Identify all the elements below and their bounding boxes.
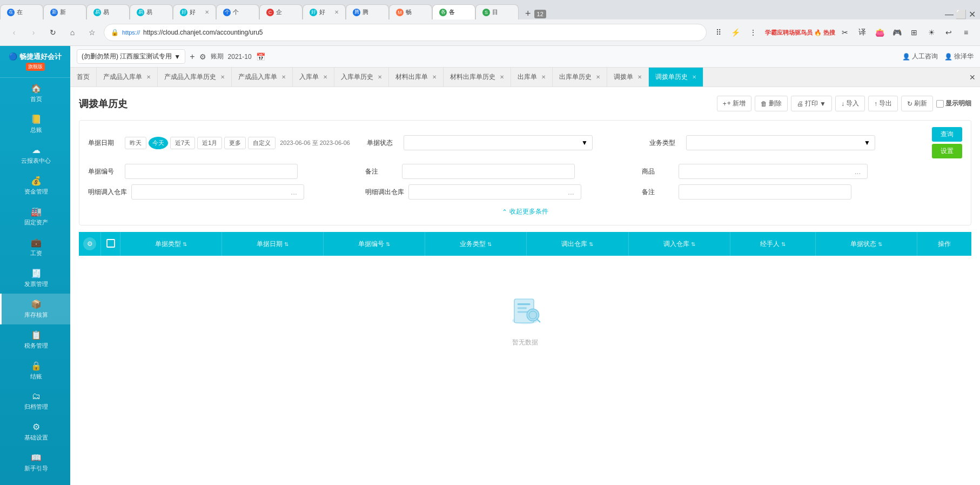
handler-col-header[interactable]: 经手人 ⇅	[730, 232, 815, 256]
note-input[interactable]	[402, 164, 575, 179]
date-more-btn[interactable]: 更多	[224, 137, 246, 149]
sidebar-item-stock[interactable]: 📦 库存核算	[0, 294, 70, 324]
order-no-input[interactable]	[125, 164, 298, 179]
detail-in-dots[interactable]: ...	[288, 188, 299, 196]
goods-dots[interactable]: ...	[853, 167, 863, 176]
page-tab-out[interactable]: 出库单 ✕	[511, 68, 553, 87]
browser-tab-9[interactable]: 腾 腾	[346, 4, 389, 19]
page-tab-transfer[interactable]: 调拨单 ✕	[607, 68, 649, 87]
page-tab-prod-in-close[interactable]: ✕	[146, 74, 151, 80]
forward-btn[interactable]: ›	[26, 25, 41, 40]
date-yesterday-btn[interactable]: 昨天	[125, 137, 146, 149]
back-btn[interactable]: ‹	[6, 25, 22, 40]
browser-tab-2[interactable]: 新 新	[43, 4, 86, 19]
sidebar-item-close[interactable]: 🔒 结账	[0, 355, 70, 386]
page-tab-out-hist-close[interactable]: ✕	[596, 74, 600, 80]
checkbox-col-header[interactable]	[101, 232, 120, 256]
in-wh-sort[interactable]: 调入仓库 ⇅	[633, 240, 726, 249]
new-tab-btn[interactable]: +	[525, 8, 531, 19]
home-nav-btn[interactable]: ⌂	[65, 25, 80, 40]
delete-btn[interactable]: 🗑 删除	[755, 96, 788, 111]
import-btn[interactable]: ↓ 导入	[835, 96, 865, 111]
page-tab-mat-out[interactable]: 材料出库单 ✕	[389, 68, 444, 87]
tab-close-5[interactable]: ✕	[205, 9, 209, 15]
query-btn[interactable]: 查询	[932, 127, 962, 142]
type-sort[interactable]: 单据类型 ⇅	[125, 240, 217, 249]
page-tab-out-close[interactable]: ✕	[541, 74, 546, 80]
gear-settings-icon[interactable]: ⚙	[83, 237, 96, 250]
page-tab-in-order[interactable]: 入库单 ✕	[293, 68, 334, 87]
sidebar-item-invoice[interactable]: 🧾 发票管理	[0, 263, 70, 294]
date-custom-btn[interactable]: 自定义	[248, 137, 276, 149]
new-btn[interactable]: + + 新增	[717, 96, 751, 111]
browser-tab-1[interactable]: 在 在	[0, 4, 43, 19]
handler-sort[interactable]: 经手人 ⇅	[735, 240, 811, 249]
date-sort[interactable]: 单据日期 ⇅	[226, 240, 319, 249]
game-btn[interactable]: 🎮	[889, 25, 904, 40]
show-all-btn[interactable]: 显示明细	[936, 99, 971, 108]
more-btn[interactable]: ⋮	[746, 25, 761, 40]
status-select[interactable]: ▼	[404, 135, 593, 150]
page-tab-home[interactable]: 首页	[70, 68, 97, 87]
date-today-btn[interactable]: 今天	[149, 137, 168, 149]
biz-col-header[interactable]: 业务类型 ⇅	[425, 232, 527, 256]
extensions-btn[interactable]: ⠿	[711, 25, 726, 40]
sidebar-item-capital[interactable]: 💰 资金管理	[0, 170, 70, 201]
browser-tab-5[interactable]: 好 好 ✕	[173, 4, 216, 19]
goods-select[interactable]: ...	[679, 164, 868, 179]
biz-select[interactable]: ▼	[686, 135, 875, 150]
page-tab-prod-in[interactable]: 产成品入库单 ✕	[97, 68, 158, 87]
detail-out-select[interactable]: ...	[408, 184, 581, 200]
number-col-header[interactable]: 单据编号 ⇅	[324, 232, 425, 256]
sun-btn[interactable]: ☀	[924, 25, 939, 40]
page-tab-mat-out-close[interactable]: ✕	[432, 74, 437, 80]
calendar-icon[interactable]: 📅	[256, 52, 265, 61]
browser-tab-8[interactable]: 好 好 ✕	[303, 4, 346, 19]
detail-in-select[interactable]: ...	[131, 184, 304, 200]
tab-close-8[interactable]: ✕	[334, 9, 339, 15]
browser-tab-10[interactable]: M 畅	[389, 4, 432, 19]
browser-tab-7[interactable]: C 企	[259, 4, 303, 19]
sidebar-item-settings[interactable]: ⚙ 基础设置	[0, 416, 70, 447]
close-btn[interactable]: ✕	[969, 9, 976, 19]
page-tab-transfer-hist[interactable]: 调拨单历史 ✕	[649, 68, 703, 87]
page-tab-in-hist[interactable]: 入库单历史 ✕	[334, 68, 389, 87]
sidebar-item-wage[interactable]: 💼 工资	[0, 232, 70, 263]
settings-top-btn[interactable]: ⚙	[199, 52, 206, 61]
biz-sort[interactable]: 业务类型 ⇅	[429, 240, 522, 249]
page-tab-prod-in2[interactable]: 产成品入库单 ✕	[232, 68, 293, 87]
sidebar-item-member[interactable]: ✔ 畅会员	[0, 478, 70, 485]
maximize-btn[interactable]: ⬜	[956, 9, 966, 19]
note2-input[interactable]	[679, 184, 851, 200]
company-selector[interactable]: (勿删勿禁用) 江西服宝测试专用 ▼	[77, 49, 185, 64]
page-tab-prod-in-hist-close[interactable]: ✕	[220, 74, 225, 80]
sidebar-item-guide[interactable]: 📖 新手引导	[0, 447, 70, 478]
undo-btn[interactable]: ↩	[941, 25, 956, 40]
sidebar-item-ledger[interactable]: 📒 总账	[0, 109, 70, 139]
user-btn[interactable]: 👤 徐泽华	[944, 52, 974, 61]
settings-col-header[interactable]: ⚙	[79, 232, 101, 256]
type-col-header[interactable]: 单据类型 ⇅	[120, 232, 222, 256]
setup-btn[interactable]: 设置	[932, 144, 962, 158]
date-1month-btn[interactable]: 近1月	[197, 137, 222, 149]
select-all-checkbox[interactable]	[106, 239, 115, 248]
url-bar[interactable]: 🔒 https:// https://cloud.chanjet.com/acc…	[104, 24, 707, 41]
date-7days-btn[interactable]: 近7天	[170, 137, 195, 149]
date-col-header[interactable]: 单据日期 ⇅	[222, 232, 324, 256]
out-wh-sort[interactable]: 调出仓库 ⇅	[531, 240, 623, 249]
lightning-btn[interactable]: ⚡	[728, 25, 743, 40]
out-wh-col-header[interactable]: 调出仓库 ⇅	[527, 232, 628, 256]
tab-nav-close-btn[interactable]: ✕	[965, 73, 980, 82]
page-tab-transfer-hist-close[interactable]: ✕	[692, 74, 696, 80]
add-company-btn[interactable]: +	[190, 52, 194, 62]
in-wh-col-header[interactable]: 调入仓库 ⇅	[628, 232, 730, 256]
sidebar-item-report[interactable]: ☁ 云报表中心	[0, 139, 70, 170]
menu-btn[interactable]: ≡	[958, 25, 974, 40]
detail-out-dots[interactable]: ...	[566, 188, 576, 196]
sidebar-item-home[interactable]: 🏠 首页	[0, 78, 70, 109]
page-tab-prod-in-hist[interactable]: 产成品入库单历史 ✕	[158, 68, 232, 87]
service-btn[interactable]: 👤 人工咨询	[902, 52, 938, 61]
refresh-btn[interactable]: ↻	[45, 25, 61, 40]
print-btn[interactable]: 🖨 打印 ▼	[791, 96, 832, 111]
export-btn[interactable]: ↑ 导出	[868, 96, 898, 111]
